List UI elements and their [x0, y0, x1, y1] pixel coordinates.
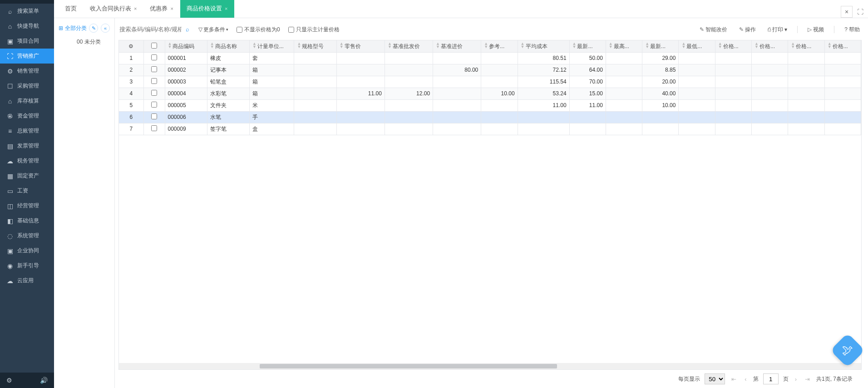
cell-code[interactable]: 000004: [165, 88, 207, 99]
cell-avg[interactable]: [518, 123, 569, 135]
row-checkbox[interactable]: [151, 66, 157, 72]
scrollbar-thumb[interactable]: [260, 364, 557, 368]
column-header[interactable]: ▲▼最低...: [679, 40, 715, 52]
tab-1[interactable]: 收入合同执行表×: [84, 0, 143, 18]
search-input[interactable]: [118, 24, 190, 35]
cell-p6[interactable]: [752, 88, 788, 99]
cell-spec[interactable]: [294, 52, 336, 64]
cell-p3[interactable]: 29.00: [642, 52, 679, 64]
cell-ref[interactable]: 10.00: [481, 88, 518, 99]
cell-unit[interactable]: 箱: [250, 76, 294, 88]
cell-purchase[interactable]: [433, 88, 481, 99]
cell-code[interactable]: 000001: [165, 52, 207, 64]
column-header[interactable]: ▲▼参考...: [481, 40, 518, 52]
operate-button[interactable]: ✎操作: [737, 26, 758, 34]
cell-p3[interactable]: 10.00: [642, 99, 679, 111]
cell-p7[interactable]: [788, 76, 824, 88]
column-header[interactable]: ▲▼最高...: [606, 40, 642, 52]
cell-p8[interactable]: [824, 123, 861, 135]
tab-2[interactable]: 优惠券×: [143, 0, 180, 18]
cell-ref[interactable]: [481, 52, 518, 64]
cell-whole[interactable]: [385, 76, 433, 88]
sidebar-item-9[interactable]: ▤发票管理: [0, 138, 54, 153]
cell-purchase[interactable]: [433, 76, 481, 88]
cell-p4[interactable]: [679, 111, 715, 123]
cell-p8[interactable]: [824, 64, 861, 76]
tab-3[interactable]: 商品价格设置×: [180, 0, 234, 18]
cell-name[interactable]: 水彩笔: [207, 88, 249, 99]
row-checkbox-cell[interactable]: [143, 76, 165, 88]
row-checkbox[interactable]: [151, 78, 157, 84]
row-checkbox[interactable]: [151, 54, 157, 60]
video-button[interactable]: ▷视频: [806, 26, 826, 34]
cell-p8[interactable]: [824, 88, 861, 99]
cell-p1[interactable]: 11.00: [569, 99, 606, 111]
cell-p2[interactable]: [606, 123, 642, 135]
cell-retail[interactable]: [336, 52, 385, 64]
cell-p1[interactable]: [569, 111, 606, 123]
sidebar-item-7[interactable]: ֎资金管理: [0, 108, 54, 123]
column-header[interactable]: ▲▼计量单位...: [250, 40, 294, 52]
cell-spec[interactable]: [294, 76, 336, 88]
table-row[interactable]: 4000004水彩笔箱11.0012.0010.0053.2415.0040.0…: [119, 88, 861, 99]
cell-p5[interactable]: [715, 111, 751, 123]
cell-p1[interactable]: 64.00: [569, 64, 606, 76]
table-row[interactable]: 5000005文件夹米11.0011.0010.00: [119, 99, 861, 111]
cell-purchase[interactable]: 80.00: [433, 64, 481, 76]
cell-p4[interactable]: [679, 88, 715, 99]
sidebar-item-12[interactable]: ▭工资: [0, 183, 54, 198]
cell-avg[interactable]: 11.00: [518, 99, 569, 111]
cell-p2[interactable]: [606, 88, 642, 99]
search-icon[interactable]: ⌕: [186, 26, 189, 33]
sidebar-item-16[interactable]: ▣企业协同: [0, 243, 54, 258]
cell-ref[interactable]: [481, 111, 518, 123]
cell-purchase[interactable]: [433, 52, 481, 64]
cell-p4[interactable]: [679, 64, 715, 76]
cell-retail[interactable]: [336, 76, 385, 88]
cell-p5[interactable]: [715, 52, 751, 64]
cell-p7[interactable]: [788, 52, 824, 64]
cell-spec[interactable]: [294, 99, 336, 111]
cell-spec[interactable]: [294, 111, 336, 123]
cell-spec[interactable]: [294, 123, 336, 135]
tab-close-icon[interactable]: ×: [134, 6, 137, 11]
sidebar-item-15[interactable]: ◌系统管理: [0, 228, 54, 243]
cell-spec[interactable]: [294, 64, 336, 76]
cell-purchase[interactable]: [433, 123, 481, 135]
row-checkbox-cell[interactable]: [143, 52, 165, 64]
cell-p2[interactable]: [606, 99, 642, 111]
cell-avg[interactable]: 115.54: [518, 76, 569, 88]
cell-p4[interactable]: [679, 52, 715, 64]
cell-whole[interactable]: [385, 64, 433, 76]
sidebar-item-4[interactable]: ⚙销售管理: [0, 64, 54, 79]
cell-p5[interactable]: [715, 99, 751, 111]
cell-p4[interactable]: [679, 99, 715, 111]
cell-purchase[interactable]: [433, 99, 481, 111]
gear-column-header[interactable]: ⚙: [119, 40, 143, 52]
tree-item[interactable]: 00 未分类: [56, 34, 113, 46]
cell-p7[interactable]: [788, 88, 824, 99]
cell-p1[interactable]: 70.00: [569, 76, 606, 88]
table-row[interactable]: 2000002记事本箱80.0072.1264.008.85: [119, 64, 861, 76]
row-checkbox-cell[interactable]: [143, 88, 165, 99]
sidebar-item-0[interactable]: ⌕搜索菜单: [0, 4, 54, 19]
cell-p2[interactable]: [606, 76, 642, 88]
only-main-unit-checkbox-input[interactable]: [288, 27, 294, 33]
cell-avg[interactable]: 72.12: [518, 64, 569, 76]
cell-p3[interactable]: [642, 111, 679, 123]
cell-name[interactable]: 记事本: [207, 64, 249, 76]
column-header[interactable]: ▲▼基准进价: [433, 40, 481, 52]
cell-p7[interactable]: [788, 99, 824, 111]
cell-unit[interactable]: 箱: [250, 64, 294, 76]
cell-ref[interactable]: [481, 123, 518, 135]
cell-unit[interactable]: 箱: [250, 88, 294, 99]
cell-code[interactable]: 000009: [165, 123, 207, 135]
tab-0[interactable]: 首页: [59, 0, 84, 18]
sidebar-item-10[interactable]: ☁税务管理: [0, 153, 54, 168]
column-header[interactable]: ▲▼最新...: [569, 40, 606, 52]
cell-p8[interactable]: [824, 52, 861, 64]
cell-p1[interactable]: [569, 123, 606, 135]
sidebar-item-8[interactable]: ≡总账管理: [0, 123, 54, 138]
tab-close-icon[interactable]: ×: [225, 6, 227, 11]
table-row[interactable]: 1000001橡皮套80.5150.0029.00: [119, 52, 861, 64]
